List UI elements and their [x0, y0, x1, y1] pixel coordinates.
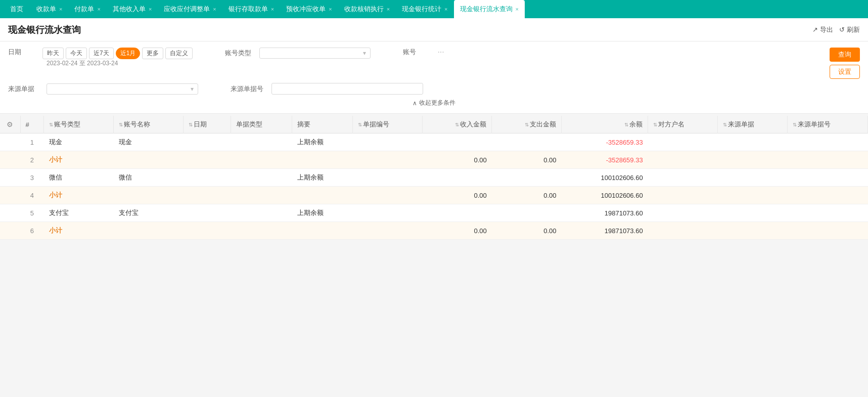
col-income-header[interactable]: ⇅收入金额 [422, 116, 492, 134]
source-doc-no-cell [787, 169, 867, 187]
table-row: 3 微信 微信 上期余额 100102606.60 [0, 169, 868, 187]
col-date-header[interactable]: ⇅日期 [183, 116, 231, 134]
settings-btn[interactable]: 设置 [830, 65, 860, 79]
tab-collect-exec-close[interactable]: × [387, 6, 390, 12]
tab-other-income[interactable]: 其他收入单× [107, 0, 158, 18]
sort-icon: ⇅ [455, 122, 459, 127]
col-num-header: # [20, 116, 44, 134]
col-settings-cell [0, 151, 20, 169]
expense-cell [492, 134, 562, 151]
header-actions: ↗ 导出 ↺ 刷新 [812, 25, 860, 34]
data-table: ⚙ # ⇅账号类型 ⇅账号名称 ⇅日期 单据类型 摘要 ⇅单据编号 ⇅收 [0, 116, 868, 240]
table-header-row: ⚙ # ⇅账号类型 ⇅账号名称 ⇅日期 单据类型 摘要 ⇅单据编号 ⇅收 [0, 116, 868, 134]
tab-bank-deposit[interactable]: 银行存取款单× [222, 0, 280, 18]
tab-bank-deposit-close[interactable]: × [271, 6, 274, 12]
page-header: 现金银行流水查询 ↗ 导出 ↺ 刷新 [0, 18, 868, 41]
source-doc-select[interactable] [47, 83, 198, 95]
income-cell [422, 134, 492, 151]
account-type-select[interactable] [259, 48, 371, 59]
tab-receipt-label: 收款单 [36, 5, 56, 14]
table-row: 5 支付宝 支付宝 上期余额 19871073.60 [0, 204, 868, 222]
refresh-btn[interactable]: ↺ 刷新 [839, 25, 860, 34]
export-btn[interactable]: ↗ 导出 [812, 25, 833, 34]
gear-icon: ⚙ [7, 120, 13, 128]
counterpart-cell [648, 169, 718, 187]
counterpart-cell [648, 187, 718, 204]
sort-icon: ⇅ [653, 122, 657, 127]
income-cell [422, 204, 492, 222]
tab-cash-stat[interactable]: 现金银行统计× [396, 0, 453, 18]
col-source-doc-header[interactable]: ⇅来源单据 [717, 116, 787, 134]
tab-ar-adjust-close[interactable]: × [213, 6, 216, 12]
date-cell [183, 204, 231, 222]
source-doc-label: 来源单据 [8, 84, 38, 94]
date-btn-自定义[interactable]: 自定义 [165, 48, 193, 59]
col-settings-header[interactable]: ⚙ [0, 116, 20, 134]
collapse-bar[interactable]: ∧ 收起更多条件 [8, 97, 860, 107]
balance-cell: -3528659.33 [562, 151, 648, 169]
filter-area: 日期 昨天今天近7天近1月更多自定义 2023-02-24 至 2023-03-… [0, 41, 868, 114]
account-name-cell: 支付宝 [114, 204, 184, 222]
table-row: 6 小计 0.00 0.00 19871073.60 [0, 222, 868, 240]
date-btn-近7天[interactable]: 近7天 [89, 48, 114, 59]
summary-cell [292, 187, 352, 204]
date-range-text: 2023-02-24 至 2023-03-24 [47, 59, 193, 68]
source-doc-no-input[interactable] [271, 83, 423, 95]
income-cell: 0.00 [422, 187, 492, 204]
tab-receipt[interactable]: 收款单× [30, 0, 68, 18]
expense-cell: 0.00 [492, 222, 562, 240]
tab-other-income-close[interactable]: × [149, 6, 152, 12]
source-doc-cell [717, 134, 787, 151]
sort-icon: ⇅ [793, 122, 797, 127]
date-label: 日期 [8, 48, 38, 57]
col-balance-header[interactable]: ⇅余额 [562, 116, 648, 134]
tab-ar-adjust[interactable]: 应收应付调整单× [158, 0, 222, 18]
tab-payment-close[interactable]: × [97, 6, 100, 12]
tab-prepay[interactable]: 预收冲应收单× [280, 0, 338, 18]
col-account-type-header[interactable]: ⇅账号类型 [44, 116, 114, 134]
date-cell [183, 169, 231, 187]
date-btn-近1月[interactable]: 近1月 [116, 48, 141, 59]
query-btn[interactable]: 查询 [830, 48, 860, 62]
col-doc-no-header[interactable]: ⇅单据编号 [352, 116, 422, 134]
tab-ar-adjust-label: 应收应付调整单 [164, 5, 210, 14]
col-source-doc-no-header[interactable]: ⇅来源单据号 [787, 116, 867, 134]
table-row: 1 现金 现金 上期余额 -3528659.33 [0, 134, 868, 151]
top-nav: 首页 收款单×付款单×其他收入单×应收应付调整单×银行存取款单×预收冲应收单×收… [0, 0, 868, 18]
expense-cell [492, 169, 562, 187]
account-type-label: 账号类型 [225, 49, 255, 58]
account-type-cell: 微信 [44, 169, 114, 187]
expense-cell: 0.00 [492, 151, 562, 169]
account-dots[interactable]: ··· [437, 48, 444, 57]
col-expense-header[interactable]: ⇅支出金额 [492, 116, 562, 134]
counterpart-cell [648, 204, 718, 222]
tab-collect-exec[interactable]: 收款核销执行× [338, 0, 396, 18]
col-counterpart-header[interactable]: ⇅对方户名 [648, 116, 718, 134]
date-btn-更多[interactable]: 更多 [142, 48, 163, 59]
tab-cash-stat-close[interactable]: × [444, 6, 447, 12]
tab-receipt-close[interactable]: × [59, 6, 62, 12]
row-num: 4 [20, 187, 44, 204]
collapse-up-icon: ∧ [413, 100, 417, 107]
summary-cell: 上期余额 [292, 134, 352, 151]
tab-prepay-close[interactable]: × [329, 6, 332, 12]
summary-cell: 上期余额 [292, 169, 352, 187]
tab-payment[interactable]: 付款单× [68, 0, 106, 18]
expense-cell [492, 204, 562, 222]
tab-cash-flow[interactable]: 现金银行流水查询× [454, 0, 525, 18]
source-doc-cell [717, 151, 787, 169]
nav-home[interactable]: 首页 [4, 0, 29, 18]
col-account-name-header[interactable]: ⇅账号名称 [114, 116, 184, 134]
source-doc-cell [717, 222, 787, 240]
col-settings-cell [0, 222, 20, 240]
tab-cash-flow-label: 现金银行流水查询 [460, 5, 513, 14]
date-btn-昨天[interactable]: 昨天 [42, 48, 64, 59]
sort-icon: ⇅ [189, 122, 193, 127]
doc-type-cell [231, 187, 292, 204]
tab-payment-label: 付款单 [74, 5, 94, 14]
account-name-cell [114, 187, 184, 204]
date-btn-今天[interactable]: 今天 [66, 48, 87, 59]
balance-cell: 19871073.60 [562, 204, 648, 222]
expense-cell: 0.00 [492, 187, 562, 204]
tab-cash-flow-close[interactable]: × [516, 6, 519, 12]
